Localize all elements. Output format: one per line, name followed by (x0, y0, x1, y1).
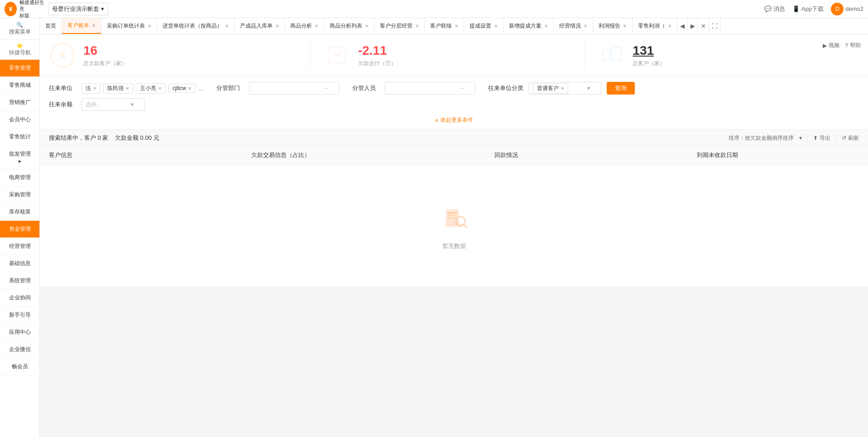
sidebar-item-basic-info[interactable]: 基础信息 (0, 255, 39, 272)
sidebar-item-retail-stats[interactable]: 零售统计 (0, 128, 39, 146)
unit-class-tag: 普通客户 ✕ (533, 83, 568, 94)
sidebar-item-app-center[interactable]: 应用中心 (0, 324, 39, 341)
export-button[interactable]: ⬆ 导出 (813, 134, 830, 142)
filter-more-btn[interactable]: ... (198, 85, 204, 92)
filter-tag-close-wu[interactable]: ✕ (93, 86, 96, 91)
tab-close-purchase-order-stats[interactable]: ✕ (148, 24, 151, 28)
tab-close-customer-capital[interactable]: ✕ (92, 23, 96, 28)
tab-scroll-left[interactable]: ◀ (677, 18, 688, 34)
filter-row-1: 往来单位 伍 ✕ 陈民强 ✕ 王小亮 ✕ (49, 82, 859, 95)
tab-close-profit-report[interactable]: ✕ (623, 24, 627, 28)
tab-boost-settings[interactable]: 提成设置 ✕ (464, 18, 504, 34)
unit-filter-label: 往来单位 (49, 84, 76, 92)
col-overdue-date: 到期未收款日期 (697, 151, 859, 159)
tab-close-all[interactable]: ✕ (698, 18, 709, 34)
sidebar-item-sys-mgmt[interactable]: 系统管理 (0, 272, 39, 290)
dept-select[interactable]: ··· (249, 82, 340, 95)
app-download-button[interactable]: 📱 App下载 (792, 5, 824, 13)
filter-tag-close-wangxiaoliang[interactable]: ✕ (158, 86, 162, 91)
tab-close-retail-profit[interactable]: ✕ (668, 24, 671, 28)
sidebar-item-vip-member[interactable]: 畅会员 (0, 358, 39, 375)
tab-profit-report[interactable]: 利润报告 ✕ (593, 18, 633, 34)
sidebar-item-retail-mgmt[interactable]: 零售管理 (0, 60, 39, 77)
sidebar-item-purchase-mgmt[interactable]: 采购管理 (0, 186, 39, 204)
sidebar-item-marketing[interactable]: 营销推广 (0, 94, 39, 111)
total-customers-icon (598, 42, 625, 69)
svg-rect-4 (612, 47, 621, 61)
sidebar-item-ops-mgmt[interactable]: 经营管理 (0, 238, 39, 255)
message-icon: 💬 (764, 5, 772, 12)
svg-rect-3 (603, 50, 610, 61)
message-button[interactable]: 💬 消息 (764, 5, 785, 13)
sidebar-item-ecom-mgmt[interactable]: 电商管理 (0, 169, 39, 186)
filter-tag-close-chenminqiang[interactable]: ✕ (125, 86, 129, 91)
tab-customer-contact[interactable]: 客户联络 ✕ (425, 18, 464, 34)
sidebar-item-capital-mgmt[interactable]: 资金管理 (0, 221, 39, 238)
empty-icon (436, 200, 472, 237)
sidebar-item-enterprise-wechat[interactable]: 企业微信 (0, 341, 39, 358)
sidebar-search[interactable]: 🔍 搜索菜单 (0, 18, 39, 40)
tab-close-purchase-stats[interactable]: ✕ (225, 24, 229, 28)
sidebar-item-retail-mall[interactable]: 零售商城 (0, 77, 39, 94)
chevron-up-icon: ∧ (435, 117, 439, 124)
chevron-down-icon: ··· (324, 85, 328, 91)
sidebar-item-new-guide[interactable]: 新手引导 (0, 307, 39, 324)
logo-text: 畅捷通好生意 标版 (19, 0, 44, 19)
svg-text:¥: ¥ (59, 50, 66, 61)
tab-close-product-stock[interactable]: ✕ (275, 24, 279, 28)
tab-close-customer-segment[interactable]: ✕ (415, 24, 419, 28)
tab-customer-segment[interactable]: 客户分层经营 ✕ (374, 18, 425, 34)
filter-row-2: 往来余额 选择... ▾ (49, 98, 859, 111)
tab-product-analysis-list[interactable]: 商品分析列表 ✕ (324, 18, 374, 34)
tab-purchase-stats-by-product[interactable]: 进货单统计表（按商品） ✕ (157, 18, 235, 34)
person-select[interactable]: ··· (385, 82, 475, 95)
stats-right-buttons: ▶ 视频 ? 帮助 (823, 42, 861, 49)
tab-close-new-boost-plan[interactable]: ✕ (544, 24, 548, 28)
tab-new-boost-plan[interactable]: 新增提成方案 ✕ (504, 18, 554, 34)
tab-retail-profit[interactable]: 零售利润（ ✕ (633, 18, 677, 34)
sidebar-item-inventory[interactable]: 库存核算 (0, 204, 39, 221)
refresh-icon: ↺ (842, 135, 846, 141)
filter-area: 往来单位 伍 ✕ 陈民强 ✕ 王小亮 ✕ (40, 76, 868, 130)
tab-scroll-right[interactable]: ▶ (688, 18, 698, 34)
chevron-down-icon-sort[interactable]: ▾ (799, 135, 802, 141)
video-button[interactable]: ▶ 视频 (823, 42, 839, 49)
org-selector[interactable]: 母婴行业演示帐套 ▾ (48, 3, 108, 15)
unit-class-filter-label: 往来单位分类 (488, 84, 523, 92)
sidebar-quick-nav[interactable]: ⭐ 快捷导航 (0, 40, 39, 60)
sidebar-item-enterprise[interactable]: 企业协同 (0, 290, 39, 307)
tab-product-stock-in[interactable]: 产成品入库单 ✕ (235, 18, 285, 34)
user-menu[interactable]: D demo2 (831, 3, 863, 15)
tab-ops-situation[interactable]: 经营情况 ✕ (554, 18, 593, 34)
tab-expand[interactable]: ⛶ (709, 18, 721, 34)
person-filter-label: 分管人员 (352, 84, 379, 92)
unit-class-select[interactable]: 普通客户 ✕ ▾ (529, 82, 601, 95)
avatar: D (831, 3, 844, 15)
col-repay-info: 回款情况 (494, 151, 697, 159)
tab-close-boost-settings[interactable]: ✕ (494, 24, 498, 28)
tab-close-product-analysis[interactable]: ✕ (315, 24, 318, 28)
sidebar-item-member-center[interactable]: 会员中心 (0, 111, 39, 128)
help-button[interactable]: ? 帮助 (845, 42, 861, 49)
tab-home[interactable]: 首页 (40, 18, 62, 34)
query-button[interactable]: 查询 (607, 82, 635, 95)
filter-tag-wu: 伍 ✕ (82, 83, 101, 94)
unit-class-tag-close[interactable]: ✕ (561, 86, 564, 91)
balance-select[interactable]: 选择... ▾ (82, 98, 145, 111)
dept-filter-label: 分管部门 (216, 84, 244, 92)
tab-close-ops-situation[interactable]: ✕ (584, 24, 587, 28)
collapse-button[interactable]: ∧ 收起更多条件 (435, 116, 473, 124)
tab-product-analysis[interactable]: 商品分析 ✕ (285, 18, 324, 34)
tab-customer-capital[interactable]: 客户账本 ✕ (62, 18, 101, 34)
sidebar-item-wholesale-mgmt[interactable]: 批发管理 ▸ (0, 146, 39, 169)
tab-close-product-analysis-list[interactable]: ✕ (365, 24, 369, 28)
content-area: 首页 客户账本 ✕ 采购订单统计表 ✕ 进货单统计表（按商品） ✕ 产成品入库单… (40, 18, 868, 437)
sidebar: 🔍 搜索菜单 ⭐ 快捷导航 零售管理 零售商城 营销推广 会员中心 零售统计 批… (0, 18, 40, 437)
stat-label-debtors: 总欠款客户（家） (83, 60, 127, 67)
tab-purchase-order-stats[interactable]: 采购订单统计表 ✕ (101, 18, 157, 34)
stat-info-debt-amount: -2.11 欠款合计（万） (358, 43, 396, 67)
filter-tag-close-cjttcw[interactable]: ✕ (188, 86, 192, 91)
stat-value-debtors: 16 (83, 43, 127, 58)
refresh-button[interactable]: ↺ 刷新 (842, 134, 859, 142)
tab-close-customer-contact[interactable]: ✕ (455, 24, 458, 28)
